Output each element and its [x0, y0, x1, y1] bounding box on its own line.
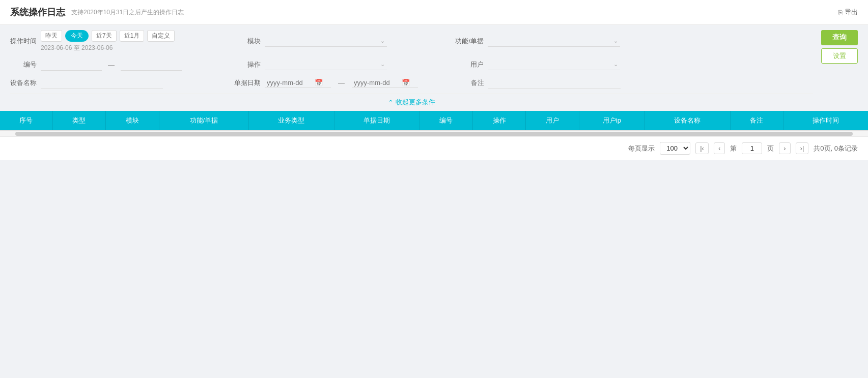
func-filter-col: 功能/单据 ⌄ [417, 36, 813, 47]
table-container: 序号 类型 模块 功能/单据 业务类型 单据日期 编号 操作 用户 用户ip 设… [0, 111, 868, 130]
action-buttons: 查询 设置 [821, 30, 858, 64]
num-end-input[interactable] [121, 59, 182, 71]
page-label: 第 [730, 144, 737, 153]
remark-filter-col: 备注 [418, 77, 813, 89]
docdate-end-wrap: 📅 [352, 78, 418, 88]
docdate-start-wrap: 📅 [265, 78, 331, 88]
num-start-input[interactable] [41, 59, 102, 71]
collapse-chevron-icon: ⌃ [388, 99, 394, 106]
module-arrow-icon: ⌄ [380, 38, 385, 44]
col-user: 用户 [526, 111, 579, 130]
col-num: 编号 [419, 111, 472, 130]
col-seq: 序号 [0, 111, 52, 130]
time-btn-custom[interactable]: 自定义 [147, 30, 175, 42]
page-suffix: 页 [767, 144, 774, 153]
page-first-btn[interactable]: |‹ [695, 142, 709, 154]
operation-filter-col: 操作 ⌄ [204, 59, 417, 70]
page-last-btn[interactable]: ›| [796, 142, 809, 154]
time-range-text: 2023-06-06 至 2023-06-06 [41, 44, 175, 52]
col-module: 模块 [106, 111, 159, 130]
export-button[interactable]: ⎘ 导出 [838, 8, 858, 17]
module-dropdown[interactable]: ⌄ [265, 36, 387, 47]
data-table: 序号 类型 模块 功能/单据 业务类型 单据日期 编号 操作 用户 用户ip 设… [0, 111, 868, 130]
calendar-end-icon[interactable]: 📅 [402, 79, 410, 86]
col-biztype: 业务类型 [249, 111, 334, 130]
operation-arrow-icon: ⌄ [380, 61, 385, 68]
header-left: 系统操作日志 支持2020年10月31日之后产生的操作日志 [10, 6, 184, 18]
table-header: 序号 类型 模块 功能/单据 业务类型 单据日期 编号 操作 用户 用户ip 设… [0, 111, 868, 130]
device-filter-col: 设备名称 [10, 77, 204, 89]
page-title: 系统操作日志 [10, 6, 65, 18]
operation-label: 操作 [234, 60, 261, 69]
docdate-end-input[interactable] [354, 79, 400, 86]
table-header-row: 序号 类型 模块 功能/单据 业务类型 单据日期 编号 操作 用户 用户ip 设… [0, 111, 868, 130]
total-info: 共0页, 0条记录 [814, 144, 858, 153]
filter-row-3: 设备名称 单据日期 📅 — 📅 备注 [10, 77, 813, 89]
col-func: 功能/单据 [159, 111, 248, 130]
docdate-filter-col: 单据日期 📅 — 📅 [204, 78, 418, 88]
remark-input[interactable] [488, 77, 621, 89]
col-operation: 操作 [472, 111, 525, 130]
user-filter-col: 用户 ⌄ [417, 59, 813, 70]
scrollbar-container[interactable] [0, 130, 868, 136]
operation-dropdown[interactable]: ⌄ [265, 59, 387, 70]
query-button[interactable]: 查询 [821, 30, 858, 45]
remark-label: 备注 [449, 78, 484, 88]
col-device: 设备名称 [645, 111, 730, 130]
page-number-input[interactable] [742, 142, 762, 154]
func-arrow-icon: ⌄ [613, 38, 618, 44]
module-label: 模块 [234, 37, 261, 46]
num-dash: — [108, 61, 115, 69]
user-arrow-icon: ⌄ [613, 61, 618, 68]
page-prev-btn[interactable]: ‹ [714, 142, 725, 154]
docdate-start-input[interactable] [267, 79, 313, 86]
export-label: 导出 [845, 8, 858, 17]
time-btn-today[interactable]: 今天 [65, 30, 89, 42]
col-type: 类型 [52, 111, 105, 130]
settings-button[interactable]: 设置 [821, 48, 858, 64]
page-header: 系统操作日志 支持2020年10月31日之后产生的操作日志 ⎘ 导出 [0, 0, 868, 25]
page-next-btn[interactable]: › [779, 142, 790, 154]
num-filter-col: 编号 — [10, 59, 204, 71]
num-range: — [41, 59, 182, 71]
time-label: 操作时间 [10, 37, 37, 46]
user-label: 用户 [448, 60, 484, 69]
export-icon: ⎘ [838, 9, 843, 16]
per-page-select[interactable]: 100 10 20 50 200 [660, 142, 690, 155]
time-btn-1month[interactable]: 近1月 [120, 30, 145, 42]
num-label: 编号 [10, 60, 37, 69]
scrollbar-thumb[interactable] [15, 132, 853, 136]
docdate-label: 单据日期 [234, 78, 261, 88]
module-filter-col: 模块 ⌄ [204, 36, 417, 47]
func-dropdown[interactable]: ⌄ [488, 36, 620, 47]
col-docdate: 单据日期 [334, 111, 419, 130]
collapse-bar[interactable]: ⌃ 收起更多条件 [10, 93, 813, 109]
page-subtitle: 支持2020年10月31日之后产生的操作日志 [71, 8, 184, 17]
col-remark: 备注 [730, 111, 783, 130]
func-label: 功能/单据 [448, 37, 484, 46]
docdate-dash: — [338, 79, 345, 87]
filter-row-2: 编号 — 操作 ⌄ 用户 ⌄ [10, 59, 813, 71]
col-userip: 用户ip [579, 111, 645, 130]
device-input[interactable] [41, 77, 163, 89]
time-filter-area: 昨天 今天 近7天 近1月 自定义 2023-06-06 至 2023-06-0… [41, 30, 175, 52]
time-btn-yesterday[interactable]: 昨天 [41, 30, 62, 42]
pagination-bar: 每页显示 100 10 20 50 200 |‹ ‹ 第 页 › ›| 共0页,… [0, 136, 868, 160]
calendar-start-icon[interactable]: 📅 [315, 79, 323, 86]
filter-panel: 操作时间 昨天 今天 近7天 近1月 自定义 2023-06-06 至 2023… [0, 25, 868, 109]
filter-grid: 操作时间 昨天 今天 近7天 近1月 自定义 2023-06-06 至 2023… [10, 30, 813, 109]
col-optime: 操作时间 [783, 111, 868, 130]
time-buttons: 昨天 今天 近7天 近1月 自定义 [41, 30, 175, 42]
collapse-label: 收起更多条件 [396, 98, 435, 107]
time-filter-col: 操作时间 昨天 今天 近7天 近1月 自定义 2023-06-06 至 2023… [10, 30, 204, 52]
filter-row-1: 操作时间 昨天 今天 近7天 近1月 自定义 2023-06-06 至 2023… [10, 30, 813, 52]
device-label: 设备名称 [10, 78, 37, 88]
user-dropdown[interactable]: ⌄ [488, 59, 620, 70]
time-btn-7days[interactable]: 近7天 [92, 30, 117, 42]
per-page-label: 每页显示 [628, 144, 655, 153]
